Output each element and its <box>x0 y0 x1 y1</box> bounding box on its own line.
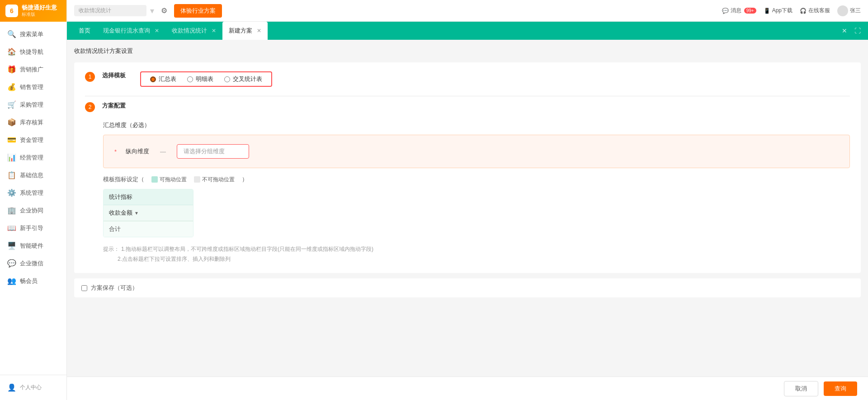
tab-label-stat: 收款情况统计 <box>172 27 207 35</box>
page-footer: 取消 查询 <box>67 376 868 400</box>
download-label: App下载 <box>772 7 793 14</box>
nav-label-system: 系统管理 <box>20 189 43 197</box>
non-draggable-legend: 不可拖动位置 <box>194 176 235 184</box>
sidebar-bottom-item1[interactable]: 👤 个人中心 <box>0 379 66 396</box>
top-bar: 收款情况统计 ▾ ⚙ 体验行业方案 💬 消息 99+ 📱 App下载 🎧 在线客… <box>67 0 868 22</box>
nav-label-hardware: 智能硬件 <box>20 242 43 250</box>
tab-stat[interactable]: 收款情况统计✕ <box>165 22 222 40</box>
sidebar-item-wechat[interactable]: 💬企业微信 <box>0 254 66 272</box>
tip2-line: 2.点击标题栏下拉可设置排序、插入列和删除列 <box>103 254 850 264</box>
step1-badge: 1 <box>85 72 95 82</box>
nav-icon-search: 🔍 <box>7 30 16 38</box>
bottom-icon1: 👤 <box>7 383 16 392</box>
sidebar-item-search[interactable]: 🔍搜索菜单 <box>0 25 66 43</box>
sidebar-item-marketing[interactable]: 🎁营销推广 <box>0 61 66 78</box>
nav-icon-marketing: 🎁 <box>7 65 16 74</box>
gear-button[interactable]: ⚙ <box>158 5 170 17</box>
nav-icon-operation: 📊 <box>7 153 16 162</box>
sidebar-bottom: 👤 个人中心 <box>0 375 66 400</box>
nav-icon-system: ⚙️ <box>7 188 16 197</box>
tips-area: 提示： 1.拖动标题栏可以调整布局，不可跨维度或指标区域拖动栏目字段(只能在同一… <box>103 245 850 264</box>
tab-home[interactable]: 首页 <box>72 22 97 40</box>
config-card: 1 选择模板 汇总表 明细表 交叉统计表 <box>74 62 861 273</box>
indicator-table: 统计指标 收款金额 ▼ 合计 <box>103 189 193 237</box>
tab-close-bank[interactable]: ✕ <box>155 28 159 34</box>
user-info[interactable]: 张三 <box>837 5 861 16</box>
sidebar-item-finance[interactable]: 💳资金管理 <box>0 131 66 149</box>
app-download-button[interactable]: 📱 App下载 <box>764 7 793 14</box>
user-avatar <box>837 5 848 16</box>
nav-icon-basic: 📋 <box>7 171 16 179</box>
query-button[interactable]: 查询 <box>824 381 857 396</box>
indicator-cell-revenue[interactable]: 收款金额 ▼ <box>104 205 144 221</box>
dim-select-button[interactable]: 请选择分组维度 <box>177 144 249 159</box>
nav-label-operation: 经营管理 <box>20 154 43 162</box>
nav-icon-guide: 📖 <box>7 224 16 232</box>
sidebar-item-enterprise[interactable]: 🏢企业协同 <box>0 202 66 219</box>
industry-button[interactable]: 体验行业方案 <box>174 4 222 18</box>
required-mark: * <box>114 148 117 155</box>
sidebar-item-system[interactable]: ⚙️系统管理 <box>0 184 66 202</box>
nav-icon-nav: 🏠 <box>7 47 16 56</box>
top-bar-right: 💬 消息 99+ 📱 App下载 🎧 在线客服 张三 <box>722 5 861 16</box>
step2-row: 2 方案配置 <box>85 102 850 112</box>
message-label: 消息 <box>731 7 741 14</box>
bottom-label1: 个人中心 <box>20 384 42 391</box>
nav-label-sales: 销售管理 <box>20 83 43 91</box>
tab-new[interactable]: 新建方案✕ <box>222 22 268 40</box>
window-maximize-icon[interactable]: ⛶ <box>853 25 863 36</box>
tip2-text: 2.点击标题栏下拉可设置排序、插入列和删除列 <box>118 254 231 264</box>
dim-arrow: — <box>160 148 166 155</box>
sidebar-item-inventory[interactable]: 📦库存核算 <box>0 113 66 131</box>
breadcrumb: 收款情况统计 <box>74 5 146 16</box>
sidebar-item-basic[interactable]: 📋基础信息 <box>0 166 66 184</box>
tab-bar-window-controls: ✕⛶ <box>840 25 863 36</box>
tab-bar: 首页现金银行流水查询✕收款情况统计✕新建方案✕✕⛶ <box>67 22 868 40</box>
cancel-button[interactable]: 取消 <box>784 381 818 396</box>
tab-close-new[interactable]: ✕ <box>257 28 261 34</box>
breadcrumb-chevron-icon: ▾ <box>150 6 154 16</box>
nav-label-inventory: 库存核算 <box>20 118 43 127</box>
sidebar-item-nav[interactable]: 🏠快捷导航 <box>0 43 66 61</box>
sidebar-item-member[interactable]: 👥畅会员 <box>0 272 66 290</box>
radio-summary-input[interactable] <box>150 76 156 82</box>
draggable-legend: 可拖动位置 <box>151 176 187 184</box>
tip1-text: 1.拖动标题栏可以调整布局，不可跨维度或指标区域拖动栏目字段(只能在同一维度或指… <box>121 245 373 254</box>
top-bar-left: 收款情况统计 ▾ ⚙ 体验行业方案 <box>74 4 715 18</box>
message-button[interactable]: 💬 消息 99+ <box>722 7 756 14</box>
online-service-button[interactable]: 🎧 在线客服 <box>800 7 830 14</box>
radio-detail[interactable]: 明细表 <box>187 75 213 83</box>
draggable-legend-box <box>151 176 158 183</box>
dimension-row: * 纵向维度 — 请选择分组维度 <box>114 144 839 159</box>
sidebar-item-guide[interactable]: 📖新手引导 <box>0 219 66 237</box>
radio-cross[interactable]: 交叉统计表 <box>224 75 262 83</box>
tab-bank[interactable]: 现金银行流水查询✕ <box>97 22 165 40</box>
sidebar-item-sales[interactable]: 💰销售管理 <box>0 78 66 96</box>
indicator-label-revenue: 收款金额 <box>109 209 132 217</box>
nav-icon-inventory: 📦 <box>7 118 16 127</box>
tip-title: 提示： <box>103 245 119 254</box>
sidebar: 6 畅捷通好生意 标准版 🔍搜索菜单🏠快捷导航🎁营销推广💰销售管理🛒采购管理📦库… <box>0 0 67 400</box>
radio-summary[interactable]: 汇总表 <box>150 75 176 83</box>
nav-icon-purchase: 🛒 <box>7 100 16 109</box>
logo-badge: 标准版 <box>22 11 57 18</box>
tab-close-stat[interactable]: ✕ <box>212 28 216 34</box>
sidebar-item-purchase[interactable]: 🛒采购管理 <box>0 96 66 113</box>
template-select-box: 汇总表 明细表 交叉统计表 <box>140 71 272 87</box>
sidebar-item-hardware[interactable]: 🖥️智能硬件 <box>0 237 66 254</box>
save-checkbox[interactable] <box>81 285 87 291</box>
nav-icon-enterprise: 🏢 <box>7 206 16 215</box>
sidebar-item-operation[interactable]: 📊经营管理 <box>0 149 66 166</box>
chevron-down-icon: ▼ <box>134 211 139 216</box>
sidebar-nav: 🔍搜索菜单🏠快捷导航🎁营销推广💰销售管理🛒采购管理📦库存核算💳资金管理📊经营管理… <box>0 22 66 375</box>
step1-label: 选择模板 <box>102 71 126 80</box>
nav-icon-wechat: 💬 <box>7 259 16 268</box>
radio-detail-input[interactable] <box>187 76 193 82</box>
page-content: 收款情况统计方案设置 1 选择模板 汇总表 明细表 <box>67 40 868 376</box>
vertical-dim-label: 纵向维度 <box>126 147 149 155</box>
window-close-icon[interactable]: ✕ <box>840 25 849 36</box>
radio-cross-input[interactable] <box>224 76 230 82</box>
nav-label-member: 畅会员 <box>20 277 38 285</box>
nav-icon-member: 👥 <box>7 277 16 285</box>
indicator-row1: 收款金额 ▼ <box>104 205 193 221</box>
